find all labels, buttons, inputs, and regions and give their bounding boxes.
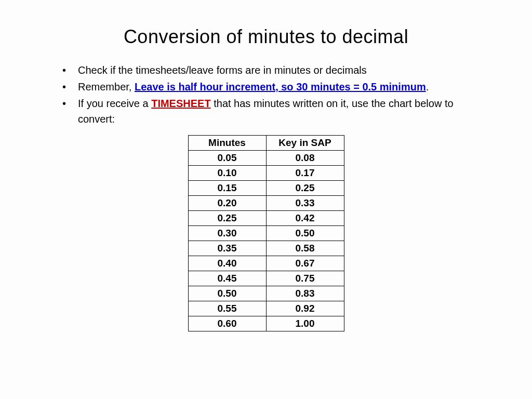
table-cell: 0.05 bbox=[188, 151, 266, 166]
conversion-table: Minutes Key in SAP 0.050.080.100.170.150… bbox=[188, 135, 344, 331]
table-container: Minutes Key in SAP 0.050.080.100.170.150… bbox=[52, 135, 480, 331]
table-row: 0.550.92 bbox=[188, 301, 344, 316]
table-cell: 0.17 bbox=[266, 166, 344, 181]
table-cell: 0.75 bbox=[266, 271, 344, 286]
bullet-text-post: . bbox=[426, 81, 429, 92]
table-cell: 0.60 bbox=[188, 316, 266, 331]
table-cell: 0.45 bbox=[188, 271, 266, 286]
table-cell: 0.33 bbox=[266, 196, 344, 211]
table-cell: 0.55 bbox=[188, 301, 266, 316]
table-row: 0.500.83 bbox=[188, 286, 344, 301]
table-row: 0.601.00 bbox=[188, 316, 344, 331]
bullet-list: Check if the timesheets/leave forms are … bbox=[62, 62, 480, 127]
table-cell: 0.08 bbox=[266, 151, 344, 166]
table-cell: 0.67 bbox=[266, 256, 344, 271]
column-header-sap: Key in SAP bbox=[266, 136, 344, 151]
table-cell: 0.83 bbox=[266, 286, 344, 301]
table-row: 0.400.67 bbox=[188, 256, 344, 271]
table-cell: 0.92 bbox=[266, 301, 344, 316]
bullet-text-pre: Remember, bbox=[78, 81, 135, 92]
slide: Conversion of minutes to decimal Check i… bbox=[0, 0, 532, 352]
bullet-item: Remember, Leave is half hour increment, … bbox=[62, 79, 480, 95]
table-row: 0.250.42 bbox=[188, 211, 344, 226]
bullet-text: Check if the timesheets/leave forms are … bbox=[78, 64, 367, 76]
table-cell: 0.42 bbox=[266, 211, 344, 226]
table-cell: 1.00 bbox=[266, 316, 344, 331]
table-cell: 0.58 bbox=[266, 241, 344, 256]
table-cell: 0.30 bbox=[188, 226, 266, 241]
table-header-row: Minutes Key in SAP bbox=[188, 136, 344, 151]
table-cell: 0.15 bbox=[188, 181, 266, 196]
table-cell: 0.10 bbox=[188, 166, 266, 181]
table-cell: 0.25 bbox=[188, 211, 266, 226]
column-header-minutes: Minutes bbox=[188, 136, 266, 151]
table-cell: 0.50 bbox=[266, 226, 344, 241]
bullet-item: Check if the timesheets/leave forms are … bbox=[62, 62, 480, 78]
emphasis-leave-rule: Leave is half hour increment, so 30 minu… bbox=[135, 81, 426, 92]
table-row: 0.050.08 bbox=[188, 151, 344, 166]
table-row: 0.100.17 bbox=[188, 166, 344, 181]
table-row: 0.450.75 bbox=[188, 271, 344, 286]
table-row: 0.150.25 bbox=[188, 181, 344, 196]
table-row: 0.200.33 bbox=[188, 196, 344, 211]
bullet-text-pre: If you receive a bbox=[78, 98, 151, 109]
table-row: 0.350.58 bbox=[188, 241, 344, 256]
table-row: 0.300.50 bbox=[188, 226, 344, 241]
table-cell: 0.25 bbox=[266, 181, 344, 196]
page-title: Conversion of minutes to decimal bbox=[52, 26, 480, 48]
table-body: 0.050.080.100.170.150.250.200.330.250.42… bbox=[188, 151, 344, 331]
bullet-item: If you receive a TIMESHEET that has minu… bbox=[62, 96, 480, 127]
table-cell: 0.35 bbox=[188, 241, 266, 256]
emphasis-timesheet: TIMESHEET bbox=[151, 98, 210, 109]
table-cell: 0.50 bbox=[188, 286, 266, 301]
table-cell: 0.20 bbox=[188, 196, 266, 211]
table-cell: 0.40 bbox=[188, 256, 266, 271]
